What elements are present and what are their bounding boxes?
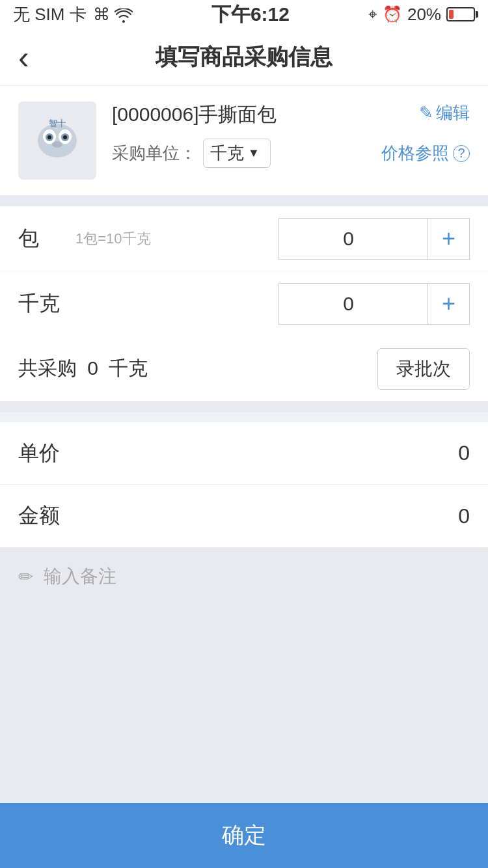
status-left: 无 SIM 卡 ⌘ [13, 3, 133, 26]
pencil-icon: ✏ [18, 566, 33, 588]
kg-input-row: 千克 + [0, 271, 488, 336]
price-reference-btn[interactable]: 价格参照 ? [381, 142, 470, 165]
nav-bar: ‹ 填写商品采购信息 [0, 29, 488, 86]
svg-point-7 [52, 141, 62, 148]
note-placeholder: 输入备注 [44, 564, 116, 589]
bag-label: 包 [18, 224, 70, 253]
unit-label: 采购单位： 千克 ▼ [112, 139, 271, 168]
edit-icon: ✎ [419, 103, 433, 123]
section-divider-2 [0, 401, 488, 412]
unit-select[interactable]: 千克 ▼ [203, 139, 271, 168]
status-bar: 无 SIM 卡 ⌘ 下午6:12 ⌖ ⏰ 20% [0, 0, 488, 29]
product-header: [0000006]手撕面包 ✎ 编辑 [112, 102, 470, 128]
help-icon: ? [453, 145, 470, 162]
chevron-down-icon: ▼ [248, 146, 260, 160]
summary-text: 共采购 0 千克 [18, 355, 148, 382]
confirm-button[interactable]: 确定 [0, 803, 488, 868]
amount-value: 0 [458, 504, 470, 528]
status-right: ⌖ ⏰ 20% [368, 5, 475, 25]
amount-row: 金额 0 [0, 485, 488, 547]
svg-text:智十: 智十 [48, 118, 66, 128]
product-card: 智十 [0000006]手撕面包 ✎ 编辑 采购单位： 千克 ▼ 价格参照 [0, 86, 488, 196]
unit-price-row: 单价 0 [0, 422, 488, 485]
product-logo: 智十 [31, 116, 83, 165]
kg-quantity-input[interactable] [278, 283, 428, 325]
battery-percent: 20% [407, 5, 441, 25]
location-icon: ⌖ [368, 5, 377, 23]
product-name: [0000006]手撕面包 [112, 102, 277, 128]
kg-label: 千克 [18, 290, 70, 318]
no-sim-text: 无 SIM 卡 [13, 3, 87, 26]
product-info: [0000006]手撕面包 ✎ 编辑 采购单位： 千克 ▼ 价格参照 ? [112, 102, 470, 168]
bag-input-row: 包 1包=10千克 + [0, 206, 488, 271]
battery-icon [446, 7, 475, 21]
svg-point-5 [47, 135, 51, 139]
summary-section: 共采购 0 千克 录批次 [0, 336, 488, 401]
note-section[interactable]: ✏ 输入备注 [0, 547, 488, 606]
back-button[interactable]: ‹ [18, 41, 29, 74]
alarm-icon: ⏰ [383, 5, 402, 23]
amount-label: 金额 [18, 502, 60, 530]
section-divider-1 [0, 196, 488, 206]
unit-price-value: 0 [458, 441, 470, 465]
svg-point-0 [38, 124, 77, 157]
kg-quantity-wrapper: + [278, 283, 470, 325]
bag-quantity-input[interactable] [278, 218, 428, 260]
page-title: 填写商品采购信息 [156, 42, 332, 72]
bag-sub-label: 1包=10千克 [75, 229, 151, 249]
status-time: 下午6:12 [211, 1, 290, 28]
confirm-btn-label: 确定 [222, 821, 266, 850]
batch-record-button[interactable]: 录批次 [377, 348, 470, 390]
price-section: 单价 0 金额 0 [0, 422, 488, 547]
wifi-icon: ⌘ [93, 5, 133, 25]
svg-point-6 [63, 135, 67, 139]
content-area [0, 606, 488, 814]
product-image: 智十 [18, 102, 96, 180]
edit-button[interactable]: ✎ 编辑 [419, 102, 470, 124]
bag-plus-button[interactable]: + [428, 218, 470, 260]
bag-quantity-wrapper: + [278, 218, 470, 260]
unit-price-label: 单价 [18, 439, 60, 468]
product-meta: 采购单位： 千克 ▼ 价格参照 ? [112, 139, 470, 168]
input-section: 包 1包=10千克 + 千克 + [0, 206, 488, 336]
kg-plus-button[interactable]: + [428, 283, 470, 325]
